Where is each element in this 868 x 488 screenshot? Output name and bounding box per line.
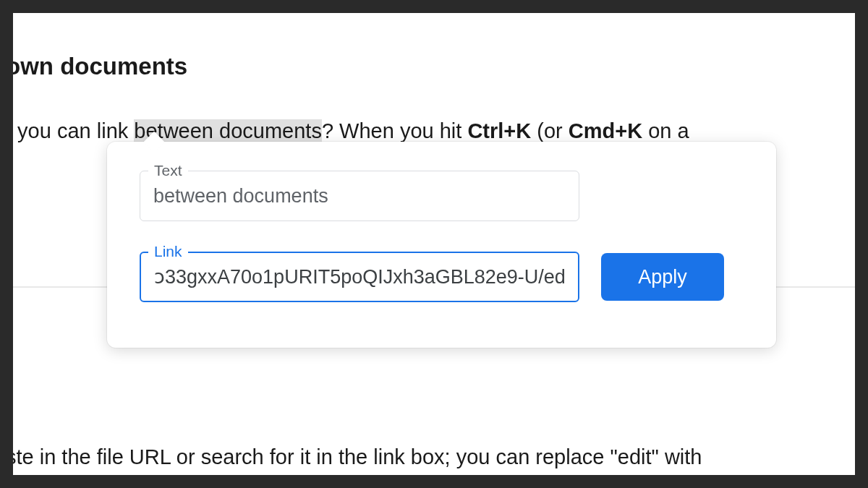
link-text-input[interactable]	[140, 171, 579, 221]
apply-button[interactable]: Apply	[601, 253, 724, 301]
text-fragment: ? When you hit	[322, 119, 468, 142]
link-url-input[interactable]	[140, 252, 579, 302]
text-fragment: (or	[531, 119, 569, 142]
insert-link-popup: Text Link Apply	[107, 142, 776, 348]
link-field-label: Link	[148, 243, 188, 260]
text-input-group: Text	[140, 171, 744, 221]
body-text-continuation: ste in the file URL or search for it in …	[13, 442, 702, 475]
text-fragment: / you can link	[13, 119, 134, 142]
text-field-label: Text	[148, 162, 188, 179]
link-input-row: Link Apply	[140, 252, 744, 302]
text-line: ste in the file URL or search for it in …	[13, 442, 702, 474]
link-input-group: Link	[140, 252, 579, 302]
document-viewport: own documents / you can link between doc…	[13, 13, 855, 475]
text-line: the end of any Docs URL to link to a cle…	[13, 474, 702, 476]
section-heading: own documents	[13, 53, 187, 80]
keyboard-shortcut: Cmd+K	[569, 119, 642, 142]
keyboard-shortcut: Ctrl+K	[467, 119, 531, 142]
text-fragment: on a	[642, 119, 689, 142]
